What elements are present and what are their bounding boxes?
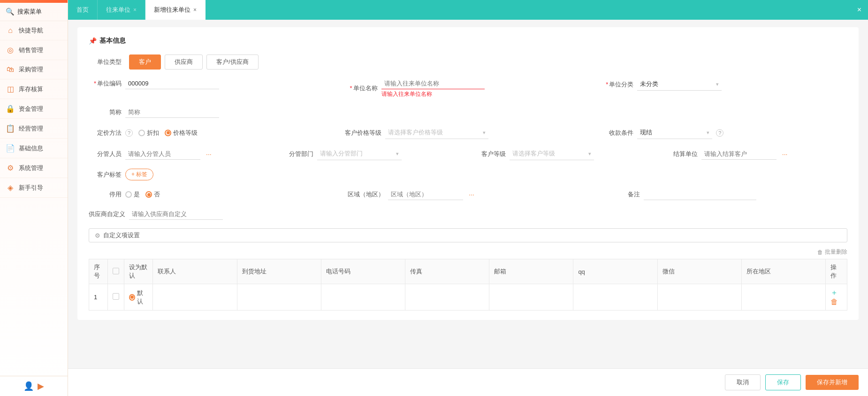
customer-level-label: 客户等级	[473, 150, 506, 158]
unit-category-value: 未分类	[640, 80, 714, 88]
settlement-unit-label: 结算单位	[665, 150, 698, 158]
col-fax: 传真	[405, 259, 489, 284]
sidebar-item-finance[interactable]: 🔒 资金管理	[0, 99, 68, 119]
address-input[interactable]	[242, 292, 316, 303]
sidebar-item-inventory[interactable]: ◫ 库存核算	[0, 79, 68, 99]
default-radio[interactable]: 默认	[129, 289, 148, 306]
expand-icon[interactable]: ▶	[38, 381, 44, 391]
payment-terms-field: 收款条件 现结 ▾ ?	[601, 126, 847, 139]
sidebar-item-guide-label: 新手引导	[19, 184, 43, 192]
col-qq: qq	[573, 259, 657, 284]
user-icon[interactable]: 👤	[23, 381, 34, 391]
bottom-bar: 取消 保存 保存并新增	[68, 368, 868, 396]
manager-more-btn[interactable]: ···	[204, 150, 213, 158]
sidebar-item-purchase[interactable]: 🛍 采购管理	[0, 60, 68, 79]
payment-help-icon[interactable]: ?	[716, 129, 723, 137]
manager-input[interactable]	[125, 148, 200, 160]
col-region: 所在地区	[741, 259, 825, 284]
tab-contacts[interactable]: 往来单位 ×	[98, 0, 145, 20]
col-action: 操作	[825, 259, 847, 284]
window-close-button[interactable]: ×	[851, 0, 868, 20]
tag-add-button[interactable]: + 标签	[125, 169, 153, 180]
cell-checkbox[interactable]	[107, 284, 124, 311]
batch-delete-label: 批量删除	[825, 248, 847, 256]
settlement-unit-input[interactable]	[701, 148, 777, 160]
disabled-radio-no[interactable]: 否	[145, 190, 160, 199]
region-input[interactable]	[388, 189, 463, 200]
supplier-custom-input[interactable]	[129, 209, 223, 220]
customer-tag-label: 客户标签	[89, 171, 122, 179]
unit-code-input[interactable]	[125, 78, 219, 89]
gear-icon: ⚙	[95, 232, 100, 239]
col-default: 设为默认	[124, 259, 153, 284]
save-button[interactable]: 保存	[765, 374, 801, 390]
remark-label: 备注	[607, 190, 640, 199]
row-basic-1: *单位编码 *单位名称 请输入往来单位名称 *单位分类	[89, 78, 847, 98]
region-more-btn[interactable]: ···	[467, 191, 476, 198]
pricing-radio-discount[interactable]: 折扣	[138, 129, 159, 137]
qq-input[interactable]	[578, 292, 652, 303]
cell-address[interactable]	[237, 284, 321, 311]
tab-new-contact[interactable]: 新增往来单位 ×	[145, 0, 206, 20]
department-select[interactable]: 请输入分管部门 ▾	[317, 148, 402, 160]
add-row-button[interactable]: ＋	[830, 288, 838, 296]
cell-contact[interactable]	[153, 284, 237, 311]
sidebar-item-operations[interactable]: 📋 经营管理	[0, 119, 68, 139]
tab-contacts-close[interactable]: ×	[133, 7, 137, 13]
save-new-button[interactable]: 保存并新增	[806, 375, 859, 390]
custom-settings-button[interactable]: ⚙ 自定义项设置	[89, 228, 847, 242]
tab-new-contact-close[interactable]: ×	[193, 7, 197, 13]
cell-region[interactable]	[741, 284, 825, 311]
delete-row-button[interactable]: 🗑	[830, 298, 838, 306]
tab-home-label: 首页	[76, 6, 89, 14]
wechat-input[interactable]	[662, 292, 737, 303]
disabled-yes-label: 是	[134, 190, 140, 199]
sidebar-item-guide[interactable]: ◈ 新手引导	[0, 178, 68, 198]
pricing-radio-group: 折扣 价格等级	[138, 129, 198, 137]
payment-terms-select[interactable]: 现结 ▾	[637, 126, 712, 139]
sidebar-item-sales[interactable]: ◎ 销售管理	[0, 40, 68, 60]
cell-fax[interactable]	[405, 284, 489, 311]
remark-input[interactable]	[644, 189, 756, 200]
department-arrow: ▾	[396, 151, 399, 157]
sidebar-item-basic[interactable]: 📄 基础信息	[0, 139, 68, 158]
pricing-radio-level[interactable]: 价格等级	[165, 129, 198, 137]
contact-input[interactable]	[158, 292, 232, 303]
email-input[interactable]	[494, 292, 568, 303]
settlement-unit-more-btn[interactable]: ···	[780, 150, 790, 158]
customer-level-select[interactable]: 请选择客户等级 ▾	[510, 148, 594, 160]
cell-wechat[interactable]	[657, 284, 741, 311]
payment-terms-arrow: ▾	[707, 130, 709, 136]
search-menu-button[interactable]: 🔍 搜索菜单	[0, 3, 68, 21]
short-name-field: 简称	[89, 107, 847, 118]
unit-type-both[interactable]: 客户/供应商	[206, 54, 259, 70]
phone-input[interactable]	[326, 292, 400, 303]
unit-category-select[interactable]: 未分类 ▾	[637, 78, 722, 91]
cell-phone[interactable]	[321, 284, 405, 311]
cancel-button[interactable]: 取消	[725, 374, 761, 390]
col-address: 到货地址	[237, 259, 321, 284]
section-title: 📌 基本信息	[89, 37, 847, 45]
unit-code-label: *单位编码	[89, 79, 122, 88]
section-title-text: 基本信息	[99, 37, 126, 45]
unit-type-supplier[interactable]: 供应商	[165, 54, 203, 70]
customer-price-level-select[interactable]: 请选择客户价格等级 ▾	[385, 126, 488, 139]
batch-delete-button[interactable]: 🗑 批量删除	[817, 248, 847, 256]
tab-home[interactable]: 首页	[68, 0, 98, 20]
header-checkbox[interactable]	[113, 268, 119, 274]
col-checkbox[interactable]	[107, 259, 124, 284]
sidebar-item-quick-nav[interactable]: ⌂ 快捷导航	[0, 21, 68, 40]
cell-qq[interactable]	[573, 284, 657, 311]
region-table-input[interactable]	[746, 292, 821, 303]
fax-input[interactable]	[410, 292, 484, 303]
cell-email[interactable]	[489, 284, 573, 311]
unit-type-customer[interactable]: 客户	[129, 54, 161, 70]
sidebar-item-system[interactable]: ⚙ 系统管理	[0, 158, 68, 178]
unit-name-input[interactable]	[381, 78, 485, 89]
short-name-input[interactable]	[125, 107, 219, 118]
row-short-name: 简称	[89, 107, 847, 118]
disabled-radio-yes[interactable]: 是	[125, 190, 140, 199]
radio-level-circle	[165, 130, 171, 136]
row-checkbox[interactable]	[113, 293, 119, 300]
pricing-help-icon[interactable]: ?	[125, 129, 133, 137]
